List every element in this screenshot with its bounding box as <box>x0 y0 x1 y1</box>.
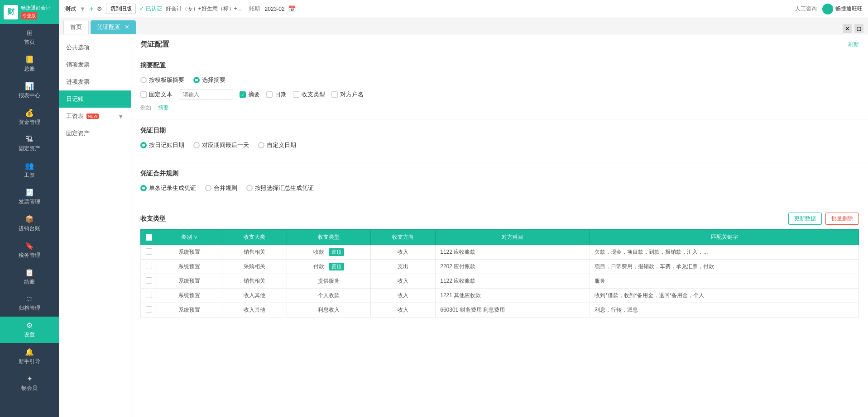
sidebar-item-invoice-mgmt[interactable]: 🧾 发票管理 <box>0 184 59 210</box>
left-nav-payroll-table[interactable]: 工资表 NEW ▼ <box>59 108 131 125</box>
sidebar-item-funds[interactable]: 💰 资金管理 <box>0 104 59 131</box>
table-row: 系统预置 销售相关 收款 置顶 收入 1122 应收账款 欠款，现金，项目款，到… <box>141 245 859 260</box>
sidebar-item-home[interactable]: ⊞ 首页 <box>0 24 59 51</box>
sidebar-item-label: 设置 <box>24 331 35 339</box>
refresh-button[interactable]: 刷新 <box>848 41 859 48</box>
table-row: 系统预置 销售相关 提供服务 收入 1122 应收账款 服务 <box>141 274 859 289</box>
batch-delete-button[interactable]: 批量删除 <box>825 213 859 225</box>
radio-merge-rules[interactable]: 合并规则 <box>205 184 237 192</box>
radio-total-circle <box>246 185 253 191</box>
sidebar-item-archive[interactable]: 🗂 归档管理 <box>0 290 59 317</box>
summary-radio-group: 按模板版摘要 选择摘要 <box>140 76 859 84</box>
merge-rules-section: 凭证合并规则 单条记录生成凭证 合并规则 按照选择汇总生成凭证 <box>131 162 868 205</box>
topbar-tags: 好会计（专）+好生意（标）+... <box>166 5 242 13</box>
row-checkbox-4[interactable] <box>141 303 157 317</box>
window-close-button[interactable]: ✕ <box>843 24 852 33</box>
sidebar-item-payroll[interactable]: 👥 工资 <box>0 157 59 184</box>
radio-custom-date[interactable]: 自定义日期 <box>258 141 296 149</box>
left-nav-sales-invoice[interactable]: 销项发票 <box>59 56 131 73</box>
logo-icon: 财 <box>4 5 18 19</box>
sidebar-item-label: 资金管理 <box>19 118 40 126</box>
topbar-support[interactable]: 人工咨询 <box>795 5 817 13</box>
reports-icon: 📊 <box>25 82 34 90</box>
row-checkbox-1[interactable] <box>141 260 157 274</box>
checkbox-type[interactable]: 收支类型 <box>293 90 325 99</box>
sidebar-item-general-ledger[interactable]: 📒 总账 <box>0 51 59 77</box>
left-nav-fixed-assets[interactable]: 固定资产 <box>59 125 131 142</box>
checkbox-summary-box: ✓ <box>240 91 246 98</box>
voucher-date-title: 凭证日期 <box>140 127 859 135</box>
tab-voucher-config[interactable]: 凭证配置 ✕ <box>91 20 136 34</box>
sidebar-item-label: 税务管理 <box>19 251 40 259</box>
sidebar-item-tax[interactable]: 🔖 税务管理 <box>0 237 59 264</box>
update-data-button[interactable]: 更新数据 <box>788 213 822 225</box>
sidebar-item-settings[interactable]: ⚙ 设置 <box>0 317 59 343</box>
radio-select-summary[interactable]: 选择摘要 <box>193 76 225 84</box>
pin-tag-1[interactable]: 置顶 <box>329 263 344 270</box>
radio-merge-circle <box>205 185 211 191</box>
table-row: 系统预置 收入其他 利息收入 收入 660301 财务费用 利息费用 利息，行转… <box>141 303 859 317</box>
row-sub-type-0: 收款 置顶 <box>287 245 370 260</box>
radio-total[interactable]: 按照选择汇总生成凭证 <box>246 184 314 192</box>
certified-badge: ✓ 已认证 <box>139 5 162 13</box>
radio-journal-date[interactable]: 按日记账日期 <box>140 141 184 149</box>
th-sub-type: 收支类型 <box>287 230 370 245</box>
row-account-1: 2202 应付账款 <box>436 260 590 274</box>
checkbox-summary[interactable]: ✓ 摘要 <box>240 90 260 99</box>
payroll-icon: 👥 <box>25 161 34 170</box>
topbar-gear-icon[interactable]: ⚙ <box>97 5 102 12</box>
panel-header: 凭证配置 刷新 <box>131 34 868 54</box>
topbar-user[interactable]: 畅捷通旺旺 <box>822 4 863 14</box>
radio-circle-template <box>140 77 147 83</box>
content-area: 公共选项 销项发票 进项发票 日记账 工资表 NEW ▼ 固定资产 <box>59 34 868 417</box>
row-checkbox-2[interactable] <box>141 274 157 289</box>
user-avatar <box>822 4 833 14</box>
checkbox-counterparty[interactable]: 对方户名 <box>331 90 364 99</box>
sidebar-item-label: 畅会员 <box>21 384 38 392</box>
income-expense-section: 收支类型 更新数据 批量删除 类别 ∨ <box>131 205 868 325</box>
sidebar-item-new-guide[interactable]: 🔔 新手引导 <box>0 343 59 370</box>
radio-single-circle <box>140 185 147 191</box>
row-keywords-0: 欠款，现金，项目款，到款，报销款，汇入，... <box>590 245 859 260</box>
row-category-0: 系统预置 <box>157 245 222 260</box>
row-checkbox-3[interactable] <box>141 289 157 303</box>
radio-template[interactable]: 按模板版摘要 <box>140 76 184 84</box>
sidebar-item-label: 新手引导 <box>19 358 40 365</box>
tab-home[interactable]: 首页 <box>63 20 89 34</box>
sidebar-item-fixed-assets[interactable]: 🏗 固定资产 <box>0 131 59 157</box>
topbar-title: 测试 <box>64 5 76 13</box>
sidebar-item-reports[interactable]: 📊 报表中心 <box>0 77 59 104</box>
settings-icon: ⚙ <box>26 321 33 330</box>
window-maximize-button[interactable]: □ <box>854 24 863 33</box>
example-text: 例如： 摘要 <box>140 104 859 112</box>
radio-period-last[interactable]: 对应期间最后一天 <box>193 141 249 149</box>
tab-close-icon[interactable]: ✕ <box>125 24 129 30</box>
table-section-header: 收支类型 更新数据 批量删除 <box>140 213 859 225</box>
guide-icon: 🔔 <box>25 348 34 356</box>
row-keywords-1: 项目，日常费用，报销款，车费，承兑汇票，付款 <box>590 260 859 274</box>
left-nav-purchase-invoice[interactable]: 进项发票 <box>59 73 131 90</box>
table-actions: 更新数据 批量删除 <box>788 213 859 225</box>
switch-version-button[interactable]: 切到旧版 <box>106 4 136 14</box>
sidebar-item-sales-purchase[interactable]: 📦 进销台账 <box>0 210 59 237</box>
th-checkbox[interactable] <box>141 230 157 245</box>
sidebar-item-settlement[interactable]: 📋 结账 <box>0 264 59 290</box>
topbar-period-label: 账期 <box>249 5 260 13</box>
fixed-text-input[interactable] <box>179 90 233 100</box>
checkbox-date[interactable]: 日期 <box>266 90 287 99</box>
radio-single-record[interactable]: 单条记录生成凭证 <box>140 184 196 192</box>
sidebar-item-member[interactable]: ✦ 畅会员 <box>0 370 59 397</box>
checkbox-fixed-text[interactable]: 固定文本 <box>140 90 173 99</box>
left-nav-public[interactable]: 公共选项 <box>59 39 131 56</box>
checkbox-type-box <box>293 91 299 98</box>
left-nav-journal[interactable]: 日记账 <box>59 90 131 108</box>
row-sub-type-2: 提供服务 <box>287 274 370 289</box>
income-expense-table: 类别 ∨ 收支大类 收支类型 收支方向 <box>140 229 859 317</box>
pin-tag-0[interactable]: 置顶 <box>329 248 344 256</box>
row-keywords-4: 利息，行转，派息 <box>590 303 859 317</box>
row-checkbox-0[interactable] <box>141 245 157 260</box>
topbar-add-icon[interactable]: + <box>89 5 93 13</box>
th-category[interactable]: 类别 ∨ <box>157 230 222 245</box>
table-row: 系统预置 采购相关 付款 置顶 支出 2202 应付账款 项目，日常费用，报销款… <box>141 260 859 274</box>
main-container: 测试 ▼ + ⚙ 切到旧版 ✓ 已认证 好会计（专）+好生意（标）+... 账期… <box>59 0 868 417</box>
